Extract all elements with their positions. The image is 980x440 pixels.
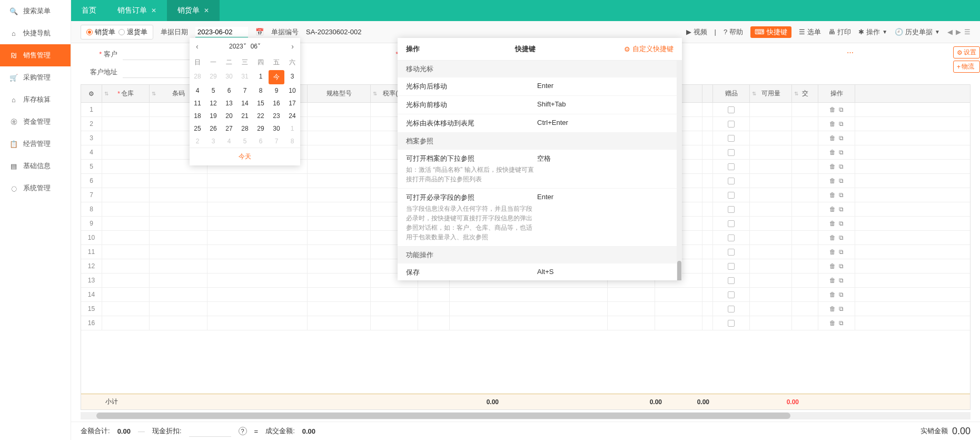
cal-day[interactable]: 25 <box>190 122 205 135</box>
cal-day[interactable]: 10 <box>284 84 300 97</box>
sidebar-item-3[interactable]: 🛒采购管理 <box>0 66 71 89</box>
gift-checkbox[interactable] <box>728 249 735 256</box>
copy-icon[interactable]: ⧉ <box>839 149 844 156</box>
gift-checkbox[interactable] <box>728 320 735 327</box>
scrollbar-thumb[interactable] <box>96 413 790 419</box>
cal-day[interactable]: 30 <box>221 70 237 84</box>
copy-icon[interactable]: ⧉ <box>839 248 844 256</box>
cal-day[interactable]: 20 <box>221 110 237 122</box>
gift-checkbox[interactable] <box>728 277 735 284</box>
cal-day[interactable]: 14 <box>237 97 253 110</box>
sidebar-item-2[interactable]: ₪销售管理 <box>0 44 71 66</box>
cal-day[interactable]: 8 <box>253 84 269 97</box>
delete-icon[interactable]: 🗑 <box>829 120 836 128</box>
gift-checkbox[interactable] <box>728 206 735 213</box>
cal-day[interactable]: 12 <box>205 97 221 110</box>
gift-checkbox[interactable] <box>728 135 735 142</box>
col-avail[interactable]: ⇅可用量 <box>750 85 792 102</box>
col-gift[interactable]: 赠品 <box>713 85 750 102</box>
cal-prev-icon[interactable]: ‹ <box>196 42 199 51</box>
cal-day[interactable]: 15 <box>253 97 269 110</box>
cal-day[interactable]: 29 <box>253 122 269 135</box>
copy-icon[interactable]: ⧉ <box>839 319 844 327</box>
cal-next-icon[interactable]: › <box>291 42 294 51</box>
actions-dropdown[interactable]: ✱操作▼ <box>858 27 887 37</box>
close-icon[interactable]: ✕ <box>204 7 209 14</box>
cal-day[interactable]: 7 <box>237 84 253 97</box>
cal-day[interactable]: 1 <box>253 70 269 84</box>
delete-icon[interactable]: 🗑 <box>829 134 836 142</box>
cal-day[interactable]: 5 <box>205 84 221 97</box>
cal-day[interactable]: 5 <box>237 135 253 148</box>
cal-day[interactable]: 7 <box>269 135 284 148</box>
help-icon[interactable]: ? <box>239 427 247 435</box>
shortcuts-button[interactable]: ⌨快捷键 <box>750 26 791 38</box>
sidebar-item-7[interactable]: ▤基础信息 <box>0 155 71 177</box>
delete-icon[interactable]: 🗑 <box>829 291 836 298</box>
copy-icon[interactable]: ⧉ <box>839 191 844 199</box>
gift-checkbox[interactable] <box>728 106 735 113</box>
table-row[interactable]: 15 🗑⧉ <box>81 302 970 316</box>
scrollbar-thumb[interactable] <box>677 261 681 280</box>
prev-icon[interactable]: ◀ <box>947 28 953 36</box>
delete-icon[interactable]: 🗑 <box>829 106 836 113</box>
cal-day[interactable]: 31 <box>237 70 253 84</box>
date-input[interactable] <box>195 27 248 37</box>
sidebar-item-4[interactable]: ⌂库存核算 <box>0 89 71 111</box>
col-gear[interactable]: ⚙ <box>81 85 102 102</box>
gift-checkbox[interactable] <box>728 192 735 199</box>
sidebar-item-6[interactable]: 📋经营管理 <box>0 133 71 155</box>
cal-day[interactable]: 22 <box>253 110 269 122</box>
delete-icon[interactable]: 🗑 <box>829 262 836 270</box>
copy-icon[interactable]: ⧉ <box>839 305 844 312</box>
cal-day[interactable]: 6 <box>253 135 269 148</box>
cal-day[interactable]: 29 <box>205 70 221 84</box>
cal-day[interactable]: 16 <box>269 97 284 110</box>
menu-icon[interactable]: ☰ <box>964 28 971 36</box>
table-row[interactable]: 16 🗑⧉ <box>81 316 970 330</box>
calendar-icon[interactable]: 📅 <box>255 28 264 36</box>
cal-day[interactable]: 28 <box>190 70 205 84</box>
sidebar-item-5[interactable]: ㊎资金管理 <box>0 111 71 133</box>
help-link[interactable]: ?帮助 <box>724 27 743 37</box>
cal-day[interactable]: 30 <box>269 122 284 135</box>
cal-day[interactable]: 1 <box>284 122 300 135</box>
cal-year-select[interactable]: 2023˅ <box>229 43 246 50</box>
cal-day[interactable]: 2 <box>190 135 205 148</box>
delete-icon[interactable]: 🗑 <box>829 305 836 312</box>
cal-today-button[interactable]: 今天 <box>190 148 300 165</box>
delete-icon[interactable]: 🗑 <box>829 163 836 170</box>
delete-icon[interactable]: 🗑 <box>829 248 836 256</box>
copy-icon[interactable]: ⧉ <box>839 291 844 298</box>
delete-icon[interactable]: 🗑 <box>829 220 836 227</box>
col-deliv[interactable]: ⇅交 <box>792 85 818 102</box>
cal-day[interactable]: 18 <box>190 110 205 122</box>
cal-day[interactable]: 24 <box>284 110 300 122</box>
delete-icon[interactable]: 🗑 <box>829 234 836 241</box>
cal-day[interactable]: 21 <box>237 110 253 122</box>
cal-month-select[interactable]: 06˅ <box>251 43 261 50</box>
custom-shortcuts-link[interactable]: ⚙自定义快捷键 <box>624 44 674 54</box>
gift-checkbox[interactable] <box>728 291 735 298</box>
cal-day[interactable]: 28 <box>237 122 253 135</box>
copy-icon[interactable]: ⧉ <box>839 206 844 213</box>
cal-day[interactable]: 4 <box>190 84 205 97</box>
gift-checkbox[interactable] <box>728 234 735 241</box>
copy-icon[interactable]: ⧉ <box>839 277 844 284</box>
cal-day[interactable]: 11 <box>190 97 205 110</box>
gift-checkbox[interactable] <box>728 220 735 227</box>
delete-icon[interactable]: 🗑 <box>829 149 836 156</box>
cal-day[interactable]: 26 <box>205 122 221 135</box>
radio-sale[interactable]: 销货单 <box>86 27 115 37</box>
delete-icon[interactable]: 🗑 <box>829 277 836 284</box>
col-store[interactable]: ⇅*仓库 <box>102 85 150 102</box>
gift-checkbox[interactable] <box>728 149 735 156</box>
tab-2[interactable]: 销货单✕ <box>167 0 220 21</box>
pick-button[interactable]: ☰选单 <box>799 27 821 37</box>
tab-0[interactable]: 首页 <box>71 0 107 21</box>
discount-input[interactable] <box>189 425 231 437</box>
settings-button[interactable]: ⚙设置 <box>953 46 980 58</box>
gift-checkbox[interactable] <box>728 263 735 270</box>
sidebar-item-1[interactable]: ⌂快捷导航 <box>0 22 71 44</box>
copy-icon[interactable]: ⧉ <box>839 234 844 241</box>
